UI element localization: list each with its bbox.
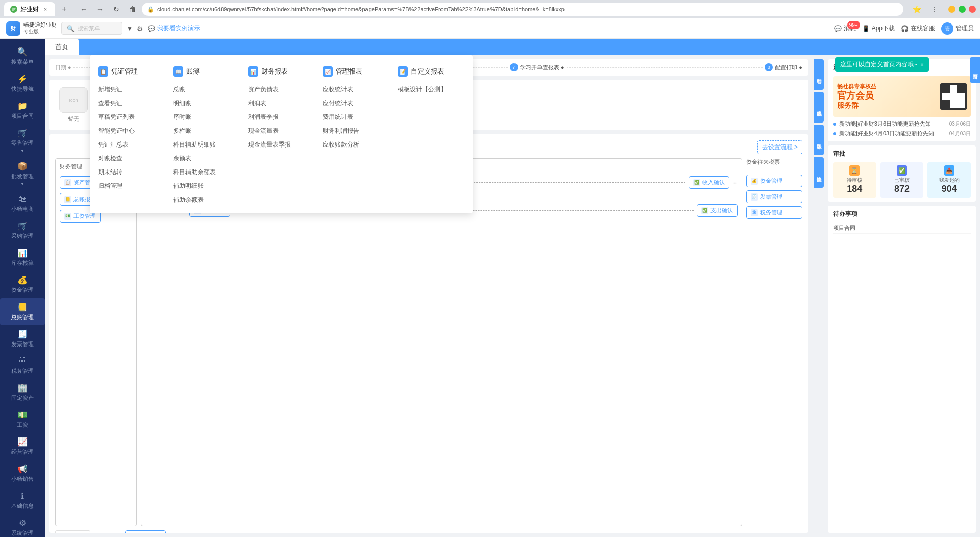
- flow-expense-confirm-box[interactable]: ✅ 支出确认: [697, 204, 738, 217]
- settings-icon[interactable]: ⚙: [137, 25, 143, 33]
- tab-close-btn[interactable]: ×: [42, 6, 49, 13]
- sidebar-item-fund[interactable]: 💰 资金管理: [0, 271, 45, 298]
- qr-tr: [957, 85, 965, 93]
- menu-profit-loss[interactable]: 利润表: [248, 98, 315, 109]
- flow-inventory-box[interactable]: 📦 库存管理: [125, 530, 166, 533]
- sidebar-item-wholesale[interactable]: 📦 批发管理 ▼: [0, 157, 45, 190]
- set-flow-btn[interactable]: 去设置流程 >: [757, 140, 802, 154]
- menu-smart-center[interactable]: 智能凭证中心: [98, 126, 165, 136]
- win-maximize-btn[interactable]: [959, 6, 966, 13]
- menu-profit-report[interactable]: 财务利润报告: [323, 126, 389, 136]
- flow-income-confirm-box[interactable]: ✅ 收入确认: [689, 176, 729, 189]
- menu-subject-balance[interactable]: 科目辅助余额表: [173, 167, 240, 178]
- sidebar-item-search[interactable]: 🔍 搜索菜单: [0, 43, 45, 70]
- menu-receivable-analysis[interactable]: 应收账款分析: [323, 139, 389, 150]
- desktop-shortcut-btn[interactable]: 桌面快捷: [814, 157, 824, 188]
- menu-receivable-stats[interactable]: 应收统计表: [323, 84, 389, 95]
- menu-balance-sheet[interactable]: 资产负债表: [248, 84, 315, 95]
- tooltip-close-btn[interactable]: ×: [920, 61, 924, 68]
- sidebar-item-ledger[interactable]: 📒 总账管理: [0, 298, 45, 325]
- sidebar-item-inventory[interactable]: 📊 库存核算: [0, 244, 45, 271]
- sidebar-item-nav[interactable]: ⚡ 快捷导航: [0, 70, 45, 97]
- sidebar-item-basic[interactable]: ℹ 基础信息: [0, 487, 45, 514]
- menu-multi-ledger[interactable]: 多栏账: [173, 126, 240, 136]
- menu-subject-detail[interactable]: 科目辅助明细账: [173, 139, 240, 150]
- approval-reviewed[interactable]: ✅ 已审核 872: [880, 162, 924, 198]
- menu-archive[interactable]: 归档管理: [98, 181, 165, 191]
- bookmark-btn[interactable]: ⭐: [910, 2, 924, 16]
- sidebar-item-purchase[interactable]: 🛒 采购管理: [0, 217, 45, 244]
- flow-tax-box[interactable]: 🏛 税务管理: [746, 206, 802, 219]
- back-btn[interactable]: ←: [78, 3, 90, 15]
- sidebar-item-ecom[interactable]: 🛍 小畅电商: [0, 190, 45, 217]
- menu-draft-list[interactable]: 草稿凭证列表: [98, 112, 165, 123]
- set-flow-label: 去设置流程 >: [762, 143, 798, 152]
- sidebar-item-system[interactable]: ⚙ 系统管理: [0, 514, 45, 537]
- menu-balance[interactable]: 余额表: [173, 153, 240, 164]
- menu-detail-ledger[interactable]: 明细账: [173, 98, 240, 109]
- activity-banner[interactable]: 畅社群专享权益 官方会员 服务群: [833, 76, 971, 117]
- browser-controls: ← → ↻ 🗑: [78, 3, 139, 15]
- online-service-btn[interactable]: 🎧 在线客服: [901, 24, 935, 33]
- help-center-btn[interactable]: 帮助中心: [814, 59, 824, 90]
- app-download-btn[interactable]: 📱 App下载: [862, 24, 895, 33]
- menu-aux-detail[interactable]: 辅助明细账: [173, 181, 240, 191]
- community-btn[interactable]: 服务社区: [814, 125, 824, 155]
- menu-profit-quarterly[interactable]: 利润表季报: [248, 112, 315, 123]
- icon-cell-1[interactable]: Icon 暂无: [53, 84, 94, 126]
- menu-time-ledger[interactable]: 序时账: [173, 112, 240, 123]
- menu-reconcile[interactable]: 对账检查: [98, 153, 165, 164]
- more-btn[interactable]: ⋮: [927, 2, 941, 16]
- toolbar-dropdown[interactable]: ▼: [127, 25, 133, 32]
- toolbar-search-input[interactable]: 🔍 搜索菜单: [61, 22, 122, 35]
- sidebar-item-project[interactable]: 📁 项目合同: [0, 97, 45, 124]
- sidebar-assets-label: 固定资产: [11, 394, 34, 402]
- sidebar-item-assets[interactable]: 🏢 固定资产: [0, 379, 45, 406]
- sidebar-item-payroll[interactable]: 💵 工资: [0, 406, 45, 433]
- news-item-2[interactable]: 新功能|好业财4月03日功能更新抢先知 04月03日: [833, 130, 971, 137]
- sidebar-item-sales[interactable]: 📢 小畅销售: [0, 460, 45, 487]
- delete-btn[interactable]: 🗑: [127, 3, 139, 15]
- browser-tab[interactable]: 财 好业财 ×: [4, 2, 55, 16]
- menu-general-ledger[interactable]: 总账: [173, 84, 240, 95]
- win-minimize-btn[interactable]: [948, 6, 955, 13]
- sidebar-project-label: 项目合同: [11, 112, 34, 120]
- menu-cash-flow-quarterly[interactable]: 现金流量表季报: [248, 139, 315, 150]
- demo-label: 我要看实例演示: [157, 24, 200, 33]
- forward-btn[interactable]: →: [94, 3, 106, 15]
- menu-template-design[interactable]: 模板设计【公测】: [398, 84, 464, 95]
- flow-fund-box[interactable]: 💰 资金管理: [746, 175, 802, 187]
- approval-sent[interactable]: 📤 我发起的 904: [927, 162, 971, 198]
- hotline-btn[interactable]: 客服热线: [814, 92, 824, 123]
- refresh-btn[interactable]: ↻: [110, 3, 122, 15]
- demo-btn[interactable]: 💬 我要看实例演示: [148, 24, 200, 33]
- new-tab-btn[interactable]: +: [58, 3, 70, 15]
- menu-period-close[interactable]: 期末结转: [98, 167, 165, 178]
- news-item-1[interactable]: 新功能|好业财3月6日功能更新抢先知 03月06日: [833, 120, 971, 128]
- tab-home[interactable]: 首页: [45, 39, 79, 55]
- home-settings-btn[interactable]: 首页设置: [970, 57, 980, 83]
- approval-pending[interactable]: ⏳ 待审核 184: [833, 162, 876, 198]
- menu-aux-balance[interactable]: 辅助余额表: [173, 194, 240, 205]
- sidebar-item-mgmt[interactable]: 📈 经营管理: [0, 433, 45, 460]
- sidebar-item-invoice[interactable]: 🧾 发票管理: [0, 325, 45, 352]
- app-logo-texts: 畅捷通好业财 专业版: [23, 21, 57, 35]
- todo-item-project[interactable]: 项目合同: [833, 223, 971, 234]
- menu-view-voucher[interactable]: 查看凭证: [98, 98, 165, 109]
- sidebar-item-retail[interactable]: 🛒 零售管理 ▼: [0, 124, 45, 157]
- app-toolbar: 财 畅捷通好业财 专业版 🔍 搜索菜单 ▼ ⚙ 💬 我要看实例演示 💬 消息 9…: [0, 18, 980, 39]
- menu-payable-stats[interactable]: 应付统计表: [323, 98, 389, 109]
- menu-expense-stats[interactable]: 费用统计表: [323, 112, 389, 123]
- win-close-btn[interactable]: [969, 6, 976, 13]
- expense-confirm-icon: ✅: [701, 207, 708, 214]
- sidebar-purchase-label: 采购管理: [11, 232, 34, 240]
- menu-section-custom-report-header: 📝 自定义报表: [398, 63, 464, 80]
- menu-voucher-summary[interactable]: 凭证汇总表: [98, 139, 165, 150]
- msg-btn[interactable]: 💬 消息 99+: [834, 24, 856, 33]
- address-bar[interactable]: 🔒 cloud.chanjet.com/cc/u6d89qwnryel/57bf…: [142, 3, 903, 16]
- user-btn[interactable]: 管 管理员: [941, 22, 974, 35]
- sidebar-item-tax[interactable]: 🏛 税务管理: [0, 352, 45, 379]
- flow-invoice-box[interactable]: 🧾 发票管理: [746, 190, 802, 203]
- menu-cash-flow[interactable]: 现金流量表: [248, 126, 315, 136]
- menu-add-voucher[interactable]: 新增凭证: [98, 84, 165, 95]
